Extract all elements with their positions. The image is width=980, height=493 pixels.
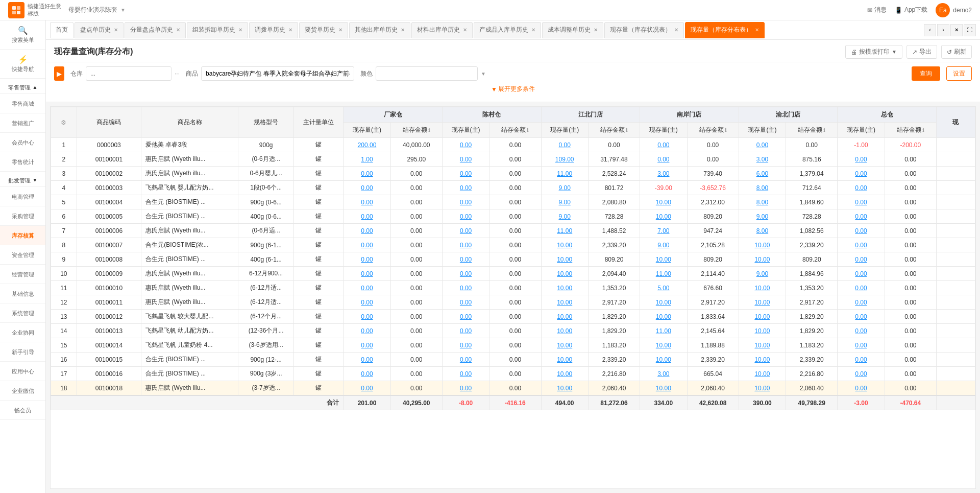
cell-value[interactable]: 7.00	[640, 224, 687, 238]
cell-value[interactable]: 0.00	[838, 195, 885, 209]
cell-value[interactable]: 3.00	[640, 367, 687, 381]
tab-transfer[interactable]: 调拨单历史 ✕	[249, 22, 298, 38]
cell-value[interactable]: 0.00	[344, 367, 390, 381]
qty-link[interactable]: 0.00	[855, 327, 867, 335]
cell-value[interactable]: 0.00	[442, 281, 489, 295]
cell-value[interactable]: 0.00	[838, 152, 885, 167]
qty-link[interactable]: 1.00	[361, 156, 373, 163]
cell-value[interactable]: 0.00	[838, 310, 885, 324]
qty-link[interactable]: 9.00	[756, 213, 768, 220]
qty-link[interactable]: 10.00	[754, 313, 770, 320]
cell-value[interactable]: -39.00	[640, 181, 687, 195]
close-icon[interactable]: ✕	[338, 27, 342, 33]
cell-value[interactable]: 10.00	[541, 238, 588, 252]
qty-link[interactable]: 10.00	[557, 370, 572, 378]
cell-value[interactable]: 0.00	[344, 252, 390, 267]
qty-link[interactable]: 9.00	[559, 184, 571, 192]
qty-link[interactable]: 10.00	[656, 299, 671, 306]
qty-link[interactable]: 0.00	[855, 385, 867, 392]
qty-link[interactable]: 10.00	[754, 356, 770, 363]
cell-value[interactable]: 10.00	[739, 381, 786, 396]
sidebar-item-ecommerce[interactable]: 电商管理	[0, 187, 45, 206]
info-icon[interactable]: ℹ	[922, 127, 924, 133]
cell-value[interactable]: 10.00	[739, 252, 786, 267]
message-btn[interactable]: ✉ 消息	[867, 6, 887, 14]
qty-link[interactable]: 10.00	[656, 213, 671, 220]
qty-link[interactable]: 10.00	[754, 285, 770, 292]
sidebar-item-wholesale[interactable]: 批发管理 ▼	[0, 172, 45, 187]
cell-value[interactable]: 10.00	[541, 367, 588, 381]
qty-link[interactable]: 0.00	[460, 142, 472, 149]
qty-link[interactable]: 5.00	[657, 285, 669, 292]
qty-link[interactable]: 0.00	[460, 242, 472, 249]
qty-link[interactable]: 8.00	[756, 227, 768, 234]
cell-value[interactable]: 10.00	[640, 381, 687, 396]
sidebar-item-retail[interactable]: 零售管理 ▲	[0, 79, 45, 94]
qty-link[interactable]: 10.00	[557, 285, 572, 292]
info-icon[interactable]: ℹ	[823, 127, 825, 133]
cell-value[interactable]: 0.00	[344, 181, 390, 195]
tab-cost-adjust[interactable]: 成本调整单历史 ✕	[542, 22, 603, 38]
cell-value[interactable]: 0.00	[838, 209, 885, 224]
qty-link[interactable]: 9.00	[657, 242, 669, 249]
cell-value[interactable]: 10.00	[739, 238, 786, 252]
qty-link[interactable]: 0.00	[855, 270, 867, 277]
cell-value[interactable]: 0.00	[344, 167, 390, 181]
collapse-toggle-btn[interactable]: ▶	[54, 66, 64, 81]
qty-link[interactable]: 0.00	[460, 270, 472, 277]
qty-link[interactable]: 0.00	[361, 270, 373, 277]
cell-value[interactable]: -1.00	[838, 138, 885, 152]
qty-link[interactable]: 0.00	[855, 313, 867, 320]
cell-value[interactable]: 0.00	[838, 238, 885, 252]
close-icon[interactable]: ✕	[531, 27, 535, 33]
dropdown-icon[interactable]: ▼	[120, 7, 126, 13]
qty-link[interactable]: 0.00	[361, 370, 373, 378]
cell-value[interactable]: 0.00	[344, 338, 390, 353]
sidebar-item-quick[interactable]: ⚡ 快捷导航	[0, 50, 45, 79]
tab-product-in[interactable]: 产成品入库单历史 ✕	[474, 22, 541, 38]
cell-value[interactable]: 9.00	[640, 238, 687, 252]
sidebar-item-guide[interactable]: 新手引导	[0, 342, 45, 362]
tab-close-btn[interactable]: ✕	[950, 24, 963, 36]
sidebar-item-inventory[interactable]: 库存核算	[0, 226, 45, 245]
qty-link[interactable]: 11.00	[656, 327, 671, 335]
table-container[interactable]: ⚙ 商品编码 商品名称 规格型号 主计量单位 厂家仓 陈村仓 江北门店 南岸门店…	[50, 106, 976, 489]
cell-value[interactable]: 0.00	[344, 324, 390, 338]
tab-next-btn[interactable]: ›	[937, 24, 949, 36]
qty-link[interactable]: 10.00	[656, 385, 671, 392]
qty-link[interactable]: 0.00	[855, 227, 867, 234]
cell-value[interactable]: 0.00	[442, 195, 489, 209]
cell-value[interactable]: 200.00	[344, 138, 390, 152]
color-input[interactable]	[376, 66, 478, 81]
sidebar-item-member[interactable]: 会员中心	[0, 133, 45, 152]
cell-value[interactable]: 0.00	[838, 295, 885, 310]
qty-link[interactable]: 6.00	[756, 170, 768, 177]
cell-value[interactable]: 0.00	[838, 281, 885, 295]
close-icon[interactable]: ✕	[176, 27, 180, 33]
cell-value[interactable]: 0.00	[442, 295, 489, 310]
tab-material-out[interactable]: 材料出库单历史 ✕	[411, 22, 473, 38]
cell-value[interactable]: 0.00	[344, 381, 390, 396]
cell-value[interactable]: 3.00	[739, 152, 786, 167]
cell-value[interactable]: 10.00	[739, 338, 786, 353]
cell-value[interactable]: 0.00	[442, 238, 489, 252]
qty-link[interactable]: 0.00	[855, 342, 867, 349]
cell-value[interactable]: 0.00	[838, 252, 885, 267]
cell-value[interactable]: 11.00	[640, 267, 687, 281]
qty-link[interactable]: 0.00	[460, 156, 472, 163]
cell-value[interactable]: 0.00	[344, 281, 390, 295]
qty-link[interactable]: 10.00	[557, 313, 572, 320]
cell-value[interactable]: 10.00	[739, 281, 786, 295]
tab-fullscreen-btn[interactable]: ⛶	[964, 24, 976, 36]
qty-link[interactable]: 0.00	[460, 327, 472, 335]
qty-link[interactable]: 0.00	[460, 356, 472, 363]
app-download-btn[interactable]: 📱 App下载	[895, 6, 927, 14]
qty-link[interactable]: 10.00	[754, 385, 770, 392]
qty-link[interactable]: 0.00	[361, 285, 373, 292]
cell-value[interactable]: 0.00	[838, 381, 885, 396]
sidebar-item-search[interactable]: 🔍 搜索英单	[0, 20, 45, 50]
qty-link[interactable]: 0.00	[756, 142, 768, 149]
tab-other-out[interactable]: 其他出库单历史 ✕	[349, 22, 410, 38]
tab-assemble[interactable]: 组装拆卸单历史 ✕	[187, 22, 248, 38]
cell-value[interactable]: 9.00	[739, 209, 786, 224]
